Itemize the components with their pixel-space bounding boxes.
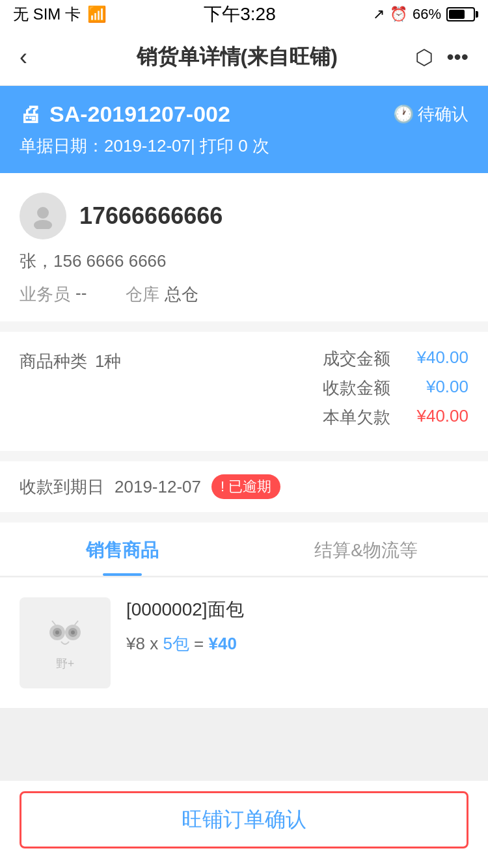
product-info: [0000002]面包 ¥8 x 5包 = ¥40 [126,597,468,655]
sales-label: 业务员 [20,283,70,306]
order-icon: 🖨 [20,102,42,127]
owed-value: ¥40.00 [416,406,468,429]
product-item: 野+ [0000002]面包 ¥8 x 5包 = ¥40 [0,578,488,708]
location-icon: ↗ [373,6,385,23]
amount-card: 商品种类 1种 成交金额 ¥40.00 收款金额 ¥0.00 本单欠款 ¥40.… [0,332,488,451]
svg-point-7 [71,631,75,634]
customer-sub: 张，156 6666 6666 [20,250,468,273]
price-text: ¥8 x [126,634,163,653]
product-name: [0000002]面包 [126,597,468,622]
transaction-label: 成交金额 [323,347,390,370]
status-bar: 无 SIM 卡 📶 下午3:28 ↗ ⏰ 66% [0,0,488,29]
more-button[interactable]: ••• [446,45,468,69]
tab-settlement[interactable]: 结算&物流等 [244,522,488,576]
status-time: 下午3:28 [204,2,276,27]
carrier-label: 无 SIM 卡 [13,4,81,25]
product-image: 野+ [20,597,111,688]
confirm-order-button[interactable]: 旺铺订单确认 [20,791,468,848]
clock-icon: 🕐 [393,104,414,124]
due-date-value: 2019-12-07 [115,477,201,497]
back-button[interactable]: ‹ [20,44,59,71]
warehouse-value: 总仓 [165,283,198,306]
due-date-card: 收款到期日 2019-12-07 ! 已逾期 [0,461,488,512]
svg-point-0 [37,207,49,219]
wifi-icon: 📶 [87,5,107,23]
goods-type-label: 商品种类 [20,350,87,373]
overdue-badge: ! 已逾期 [211,474,280,499]
product-total: ¥40 [208,634,236,653]
transaction-value: ¥40.00 [416,347,468,370]
page-title: 销货单详情(来自旺铺) [137,43,338,72]
nav-actions: ⬡ ••• [415,45,468,70]
battery-percent: 66% [413,6,441,23]
overdue-text: 已逾期 [228,477,271,496]
alarm-icon: ⏰ [390,6,407,23]
due-date-label: 收款到期日 [20,476,104,498]
order-header: 🖨 SA-20191207-002 🕐 待确认 单据日期：2019-12-07|… [0,86,488,173]
product-price: ¥8 x 5包 = ¥40 [126,632,468,655]
sales-value: -- [75,283,87,306]
svg-point-1 [34,220,52,229]
bottom-bar: 旺铺订单确认 [0,781,488,868]
share-button[interactable]: ⬡ [415,45,433,70]
nav-bar: ‹ 销货单详情(来自旺铺) ⬡ ••• [0,29,488,86]
tab-bar: 销售商品 结算&物流等 [0,522,488,576]
received-value: ¥0.00 [426,377,468,400]
avatar [20,193,66,239]
order-id: 🖨 SA-20191207-002 [20,102,230,127]
owed-label: 本单欠款 [323,406,390,429]
product-section: 野+ [0000002]面包 ¥8 x 5包 = ¥40 [0,578,488,708]
order-status: 🕐 待确认 [393,103,468,126]
product-qty: 5包 [163,634,189,653]
status-right: ↗ ⏰ 66% [373,6,475,23]
tab-sales-goods[interactable]: 销售商品 [0,522,244,576]
received-label: 收款金额 [323,377,390,400]
equals-text: = [189,634,209,653]
svg-point-6 [55,631,59,634]
status-left: 无 SIM 卡 📶 [13,4,107,25]
warehouse-label: 仓库 [126,283,159,306]
goods-type: 商品种类 1种 [20,347,121,373]
customer-card: 17666666666 张，156 6666 6666 业务员 -- 仓库 总仓 [0,173,488,321]
overdue-exclamation-icon: ! [221,478,224,495]
order-date: 单据日期：2019-12-07| 打印 0 次 [20,135,468,157]
battery-icon [446,7,475,21]
amount-details: 成交金额 ¥40.00 收款金额 ¥0.00 本单欠款 ¥40.00 [323,347,468,435]
goods-type-value: 1种 [95,350,121,373]
customer-meta: 业务员 -- 仓库 总仓 [20,283,468,306]
customer-phone: 17666666666 [79,202,223,230]
